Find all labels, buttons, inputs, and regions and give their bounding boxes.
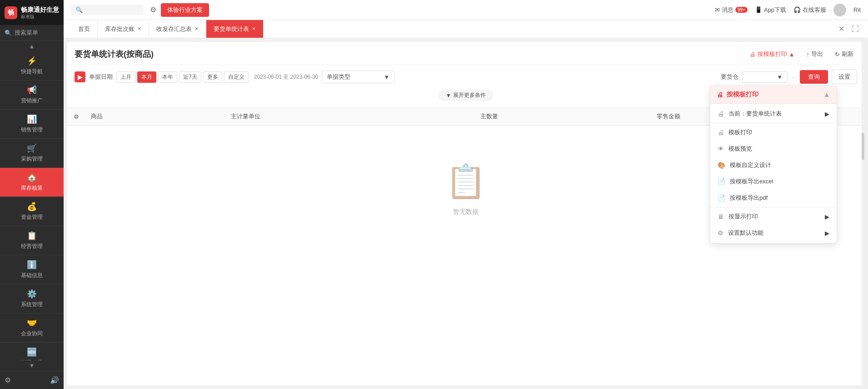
- warehouse-select[interactable]: ▼: [742, 71, 788, 83]
- sidebar-item-label: 企业协同: [21, 330, 43, 338]
- page-header: 要货单统计表(按商品) 🖨 按模板打印 ▲ ↑ 导出 ↻ 刷新: [67, 42, 864, 65]
- logo-text: 畅康通好生意 标准版: [21, 5, 59, 20]
- message-label: 消息: [722, 6, 733, 14]
- tab-home[interactable]: 首页: [71, 20, 98, 38]
- online-service-btn[interactable]: 🎧 在线客服: [793, 6, 826, 14]
- tab-label: 库存批次账: [105, 25, 135, 33]
- username: Rit: [853, 6, 861, 13]
- set-default-icon: ⚙: [718, 229, 723, 237]
- sidebar-item-label: 营销推广: [21, 97, 43, 105]
- app-logo: 畅 畅康通好生意 标准版: [0, 0, 64, 25]
- expand-more-conditions-btn[interactable]: ▼ 展开更多条件: [439, 90, 493, 101]
- chevron-down-icon3: ▼: [446, 92, 451, 99]
- avatar[interactable]: [833, 4, 846, 16]
- print-icon: 🖨: [750, 51, 756, 58]
- tab-batch-account[interactable]: 库存批次账 ✕: [98, 20, 149, 38]
- template-print-label: 模板打印: [728, 128, 752, 136]
- filter-extra-label: 要货仓: [721, 73, 738, 81]
- tab-receipt-summary[interactable]: 收发存汇总表 ✕: [149, 20, 206, 38]
- template-preview-label: 模板预览: [728, 145, 752, 153]
- sidebar-item-guide[interactable]: 🆕 新手引导: [0, 343, 64, 360]
- sidebar-scroll-up[interactable]: ▲: [0, 41, 64, 51]
- topbar-search-input[interactable]: [85, 7, 131, 13]
- topbar-right: ✉ 消息 99+ 📱 App下载 🎧 在线客服 Rit: [715, 4, 861, 16]
- speaker-icon[interactable]: 🔊: [50, 376, 59, 384]
- col-product: 商品: [85, 108, 225, 126]
- tab-close-btn[interactable]: ✕: [137, 26, 141, 32]
- btn-export-label: 导出: [811, 50, 823, 58]
- settings-btn[interactable]: 设置: [832, 70, 857, 84]
- sidebar-item-inventory[interactable]: 🏠 库存核算: [0, 168, 64, 197]
- topbar-search-box[interactable]: 🔍: [71, 5, 144, 15]
- btn-template-print[interactable]: 🖨 按模板打印 ▲: [746, 48, 798, 60]
- sidebar-item-basic[interactable]: ℹ️ 基础信息: [0, 255, 64, 284]
- dropdown-display-print[interactable]: 🖥 按显示打印 ▶: [710, 208, 837, 225]
- chevron-down-icon2: ▼: [777, 74, 783, 81]
- order-type-select[interactable]: 单据类型 ▼: [322, 71, 394, 83]
- template-print-dropdown: 🖨 按模板打印 ▲ 🖨 当前：要货单统计表 ▶ 🖨 模板打印: [710, 86, 837, 243]
- sidebar-item-finance[interactable]: 💰 资金管理: [0, 197, 64, 226]
- settings-footer-icon[interactable]: ⚙: [5, 376, 11, 384]
- dropdown-current-template[interactable]: 🖨 当前：要货单统计表 ▶: [710, 106, 837, 122]
- dropdown-template-design[interactable]: 🎨 模板自定义设计: [710, 157, 837, 173]
- sidebar-item-purchase[interactable]: 🛒 采购管理: [0, 139, 64, 168]
- topbar-gear-icon[interactable]: ⚙: [150, 5, 156, 14]
- app-download-btn[interactable]: 📱 App下载: [755, 6, 786, 14]
- date-btn-this-month[interactable]: 本月: [137, 71, 156, 83]
- display-print-label: 按显示打印: [728, 212, 758, 221]
- tab-close-btn[interactable]: ✕: [195, 26, 199, 32]
- dropdown-export-excel[interactable]: 📄 按模板导出excel: [710, 173, 837, 190]
- date-btn-more[interactable]: 更多: [203, 71, 222, 83]
- sidebar-item-marketing[interactable]: 📢 营销推广: [0, 81, 64, 110]
- search-menu-label: 搜索菜单: [15, 29, 38, 37]
- chevron-down-icon: ▼: [384, 74, 389, 81]
- btn-refresh[interactable]: ↻ 刷新: [831, 48, 857, 60]
- tab-label: 要货单统计表: [214, 25, 249, 33]
- sidebar-scroll-down[interactable]: ▼: [0, 360, 64, 371]
- more-conditions-label: 展开更多条件: [453, 91, 486, 99]
- empty-illustration: 📋: [445, 162, 486, 201]
- sidebar-item-collab[interactable]: 🤝 企业协同: [0, 313, 64, 343]
- btn-export[interactable]: ↑ 导出: [803, 48, 827, 60]
- logo-edition: 标准版: [21, 14, 59, 20]
- divider2: [710, 207, 837, 207]
- tab-order-stats[interactable]: 要货单统计表 ✕: [206, 20, 264, 38]
- col-unit: 主计量单位: [225, 108, 475, 126]
- dropdown-set-default[interactable]: ⚙ 设置默认功能 ▶: [710, 225, 837, 241]
- dropdown-template-preview[interactable]: 👁 模板预览: [710, 141, 837, 157]
- message-icon: ✉: [715, 6, 720, 13]
- sidebar-item-sales[interactable]: 📊 销售管理: [0, 110, 64, 139]
- chevron-right-icon2: ▶: [825, 213, 829, 220]
- message-btn[interactable]: ✉ 消息 99+: [715, 6, 748, 14]
- tabbar: 首页 库存批次账 ✕ 收发存汇总表 ✕ 要货单统计表 ✕ ✕ ⛶: [64, 20, 868, 38]
- dropdown-close-btn[interactable]: ▲: [823, 91, 830, 99]
- sidebar-item-system[interactable]: ⚙️ 系统管理: [0, 284, 64, 313]
- divider: [710, 123, 837, 123]
- dropdown-template-print[interactable]: 🖨 模板打印: [710, 124, 837, 141]
- tab-close-btn[interactable]: ✕: [252, 26, 256, 32]
- more-options-icon[interactable]: ···: [791, 74, 796, 81]
- scrollbar-thumb[interactable]: [862, 133, 864, 160]
- dropdown-header-left: 🖨 按模板打印: [717, 91, 758, 99]
- sidebar-nav: ⚡ 快捷导航 📢 营销推广 📊 销售管理 🛒 采购管理 🏠 库存核算 💰 资金管…: [0, 51, 64, 360]
- page-header-actions: 🖨 按模板打印 ▲ ↑ 导出 ↻ 刷新: [746, 48, 857, 60]
- tabbar-close-icon[interactable]: ✕: [837, 23, 846, 35]
- date-btn-this-year[interactable]: 本年: [158, 71, 177, 83]
- collab-icon: 🤝: [27, 318, 37, 328]
- query-btn[interactable]: 查询: [800, 70, 828, 84]
- sidebar-item-operations[interactable]: 📋 经营管理: [0, 226, 64, 255]
- sidebar-item-label: 销售管理: [21, 126, 43, 134]
- empty-text: 暂无数据: [453, 208, 479, 216]
- search-menu[interactable]: 🔍 搜索菜单: [0, 25, 64, 41]
- printer-icon: 🖨: [717, 91, 723, 98]
- right-scrollbar[interactable]: [862, 42, 864, 385]
- tabbar-expand-icon[interactable]: ⛶: [850, 23, 861, 35]
- dropdown-export-pdf[interactable]: 📄 按模板导出pdf: [710, 190, 837, 206]
- date-btn-custom[interactable]: 自定义: [224, 71, 249, 83]
- sidebar-item-quick-nav[interactable]: ⚡ 快捷导航: [0, 51, 64, 81]
- col-settings[interactable]: ⚙: [67, 108, 85, 126]
- experience-btn[interactable]: 体验行业方案: [161, 3, 209, 17]
- date-btn-prev-month[interactable]: 上月: [116, 71, 135, 83]
- date-btn-last7days[interactable]: 近7天: [179, 71, 201, 83]
- filter-toggle-btn[interactable]: ▶: [75, 71, 85, 82]
